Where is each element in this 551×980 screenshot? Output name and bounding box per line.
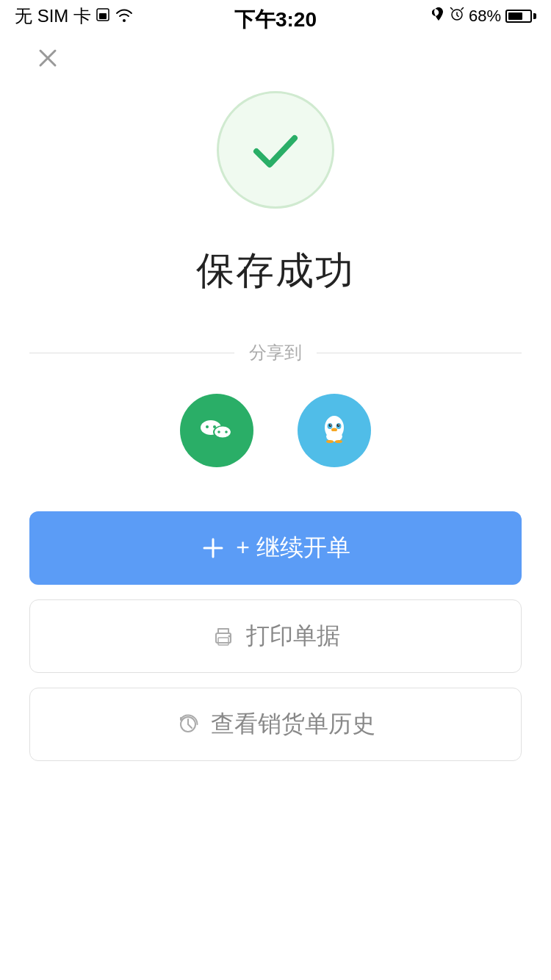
svg-point-9 — [213, 425, 216, 428]
svg-point-8 — [206, 425, 209, 428]
history-button[interactable]: 查看销货单历史 — [29, 688, 522, 761]
carrier-text: 无 SIM 卡 — [15, 4, 91, 28]
status-time: 下午3:20 — [234, 6, 317, 34]
continue-button[interactable]: + 继续开单 — [29, 511, 522, 585]
wifi-icon — [115, 6, 134, 26]
svg-point-22 — [335, 440, 342, 443]
success-title: 保存成功 — [196, 245, 355, 297]
battery-icon — [505, 10, 536, 23]
svg-point-7 — [215, 427, 231, 438]
history-label: 查看销货单历史 — [211, 708, 375, 741]
svg-point-18 — [338, 425, 339, 426]
action-buttons: + 继续开单 打印单据 查看销货单历史 — [0, 511, 551, 761]
svg-point-11 — [225, 430, 228, 433]
alarm-icon — [450, 7, 464, 26]
share-wechat-button[interactable] — [180, 394, 253, 467]
print-label: 打印单据 — [246, 620, 340, 652]
divider-right — [317, 353, 522, 353]
share-qq-button[interactable] — [298, 394, 371, 467]
share-icons-container — [180, 394, 371, 467]
share-label: 分享到 — [234, 341, 317, 364]
success-icon-circle — [217, 91, 334, 209]
svg-point-27 — [228, 635, 231, 638]
battery-text: 68% — [469, 7, 501, 26]
divider-left — [29, 353, 234, 353]
status-right: 68% — [432, 7, 536, 26]
svg-point-21 — [326, 440, 334, 443]
svg-rect-1 — [99, 13, 107, 19]
continue-label: + 继续开单 — [236, 532, 350, 564]
svg-point-10 — [217, 430, 220, 433]
status-left: 无 SIM 卡 — [15, 4, 134, 28]
status-bar: 无 SIM 卡 下午3:20 — [0, 0, 551, 32]
location-icon — [432, 7, 445, 26]
share-divider: 分享到 — [0, 341, 551, 364]
svg-point-20 — [326, 431, 342, 442]
svg-rect-26 — [218, 638, 228, 645]
main-content: 保存成功 分享到 — [0, 32, 551, 761]
close-button[interactable] — [29, 40, 66, 76]
svg-point-19 — [331, 428, 337, 432]
svg-point-17 — [330, 425, 331, 426]
sim-icon — [96, 6, 110, 26]
print-button[interactable]: 打印单据 — [29, 599, 522, 673]
